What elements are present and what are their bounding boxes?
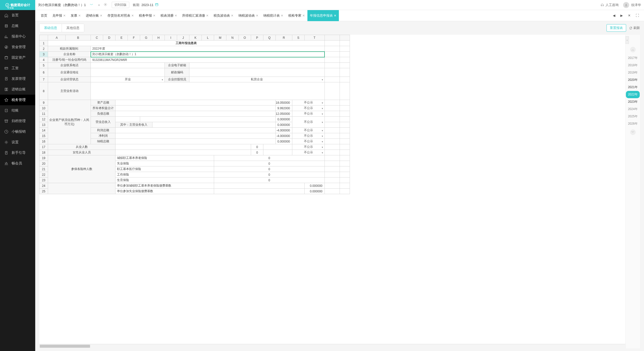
support-link[interactable]: 人工咨询 — [600, 3, 619, 7]
col-header[interactable]: D — [103, 35, 115, 41]
sidebar-item-money[interactable]: 资金管理 — [0, 42, 35, 52]
col-header[interactable]: R — [276, 35, 292, 41]
sidebar-item-book[interactable]: 进销台账 — [0, 84, 35, 95]
sidebar-item-gear[interactable]: 设置 — [0, 137, 35, 148]
year-option[interactable]: 2022年 — [626, 91, 640, 98]
sidebar-item-chart[interactable]: 报表中心 — [0, 31, 35, 42]
company-value[interactable]: 刘小艳演示账套（勿删勿动！）1 — [91, 52, 325, 57]
row-header[interactable]: 22 — [39, 172, 48, 178]
col-header[interactable]: G — [140, 35, 152, 41]
chevron-down-icon[interactable]: ﹀ — [87, 3, 96, 7]
year-option[interactable]: 2020年 — [626, 76, 640, 84]
close-icon[interactable]: ✕ — [281, 14, 283, 17]
tab-4[interactable]: 存货别名对照表✕ — [105, 10, 136, 21]
row-header[interactable]: 6 — [39, 68, 48, 77]
row-header[interactable]: 23 — [39, 178, 48, 183]
row-header[interactable]: 12 — [39, 117, 48, 122]
sidebar-item-vip[interactable]: 畅会员 — [0, 158, 35, 169]
sidebar-item-close[interactable]: 结账 — [0, 105, 35, 116]
collapse-rail[interactable]: ‹ — [625, 36, 629, 44]
year-down[interactable]: ﹀ — [630, 129, 636, 135]
close-icon[interactable]: ✕ — [334, 14, 336, 17]
tab-5[interactable]: 税务申报✕ — [136, 10, 158, 21]
subtab-0[interactable]: 基础信息 — [39, 24, 62, 32]
row-header[interactable]: 10 — [39, 106, 48, 111]
sidebar-item-ledger[interactable]: 总账 — [0, 21, 35, 31]
sidebar-item-archive[interactable]: 归档管理 — [0, 116, 35, 126]
row-header[interactable]: 18 — [39, 150, 48, 155]
sidebar-item-guide[interactable]: 新手引导 — [0, 148, 35, 158]
row-header[interactable]: 14 — [39, 128, 48, 133]
tabs-prev[interactable]: ◀ — [611, 12, 617, 19]
row-header[interactable]: 9 — [39, 100, 48, 106]
col-header[interactable]: H — [152, 35, 165, 41]
col-header[interactable]: J — [177, 35, 189, 41]
col-header[interactable]: K — [189, 35, 202, 41]
col-header[interactable]: L — [202, 35, 214, 41]
close-icon[interactable]: ✕ — [153, 14, 155, 17]
sidebar-item-tax[interactable]: 税务管理 — [0, 95, 35, 105]
tab-8[interactable]: 税负波动表✕ — [211, 10, 236, 21]
col-header[interactable]: P — [251, 35, 263, 41]
tab-12[interactable]: 年报信息申报表✕ — [307, 10, 339, 21]
tab-3[interactable]: 进销台账✕ — [83, 10, 105, 21]
tab-0[interactable]: 首页 — [38, 10, 50, 21]
tab-11[interactable]: 税检专家✕ — [286, 10, 307, 21]
col-header[interactable]: S — [292, 35, 304, 41]
col-header[interactable]: F — [128, 35, 140, 41]
period-value[interactable]: 2023-11 — [141, 3, 153, 7]
tab-2[interactable]: 发票✕ — [68, 10, 83, 21]
close-icon[interactable]: ✕ — [131, 14, 134, 17]
close-icon[interactable]: ✕ — [231, 14, 233, 17]
reset-button[interactable]: 重置报表 — [607, 24, 626, 32]
row-header[interactable]: 8 — [39, 82, 48, 100]
status-select[interactable]: 开业 — [91, 77, 165, 82]
year-option[interactable]: 2023年 — [626, 98, 640, 106]
horizontal-scrollbar[interactable] — [39, 344, 625, 348]
spreadsheet[interactable]: ABCDEFGHIJKLMNOPQRST 1工商年报信息表2税款所属期间:202… — [39, 35, 625, 348]
refresh-button[interactable]: 刷新 — [629, 26, 640, 30]
year-option[interactable]: 2021年 — [626, 84, 640, 91]
sidebar-item-home[interactable]: 首页 — [0, 10, 35, 21]
tabs-close-all[interactable]: ✕ — [626, 12, 633, 19]
col-header[interactable]: E — [115, 35, 128, 41]
row-header[interactable]: 24 — [39, 183, 48, 189]
tab-10[interactable]: 纳税统计表✕ — [261, 10, 286, 21]
col-header[interactable]: N — [226, 35, 239, 41]
col-header[interactable]: A — [48, 35, 66, 41]
row-header[interactable]: 25 — [39, 189, 48, 194]
close-icon[interactable]: ✕ — [256, 14, 258, 17]
row-header[interactable]: 2 — [39, 46, 48, 52]
row-header[interactable]: 21 — [39, 166, 48, 172]
row-header[interactable]: 3 — [39, 52, 48, 57]
col-header[interactable]: O — [239, 35, 251, 41]
close-icon[interactable]: ✕ — [302, 14, 305, 17]
close-icon[interactable]: ✕ — [78, 14, 81, 17]
row-header[interactable]: 5 — [39, 63, 48, 68]
fullscreen-icon[interactable]: ⛶ — [634, 12, 641, 19]
row-header[interactable]: 7 — [39, 77, 48, 82]
sidebar-item-expense[interactable]: 小畅报销 — [0, 126, 35, 137]
row-header[interactable]: 19 — [39, 155, 48, 161]
close-icon[interactable]: ✕ — [63, 14, 66, 17]
old-version-button[interactable]: 切到旧版 — [112, 2, 129, 8]
row-header[interactable]: 11 — [39, 111, 48, 117]
row-header[interactable]: 1 — [39, 41, 48, 46]
gear-icon[interactable] — [102, 3, 109, 7]
account-selector[interactable]: 刘小艳演示账套（勿删勿动！）1 ﹀ — [38, 3, 96, 7]
tab-9[interactable]: 纳税波动表✕ — [236, 10, 261, 21]
sidebar-item-invoice[interactable]: 发票管理 — [0, 74, 35, 84]
row-header[interactable]: 16 — [39, 139, 48, 144]
tabs-next[interactable]: ▶ — [618, 12, 625, 19]
row-header[interactable]: 15 — [39, 133, 48, 139]
calendar-icon[interactable] — [155, 3, 158, 7]
close-icon[interactable]: ✕ — [100, 14, 102, 17]
sidebar-item-asset[interactable]: 固定资产 — [0, 52, 35, 63]
tab-6[interactable]: 税表清册✕ — [158, 10, 180, 21]
col-header[interactable]: I — [165, 35, 177, 41]
col-header[interactable]: T — [304, 35, 325, 41]
year-up[interactable]: ︿ — [630, 47, 636, 52]
col-header[interactable]: B — [66, 35, 91, 41]
row-header[interactable]: 17 — [39, 144, 48, 150]
col-header[interactable]: M — [214, 35, 226, 41]
